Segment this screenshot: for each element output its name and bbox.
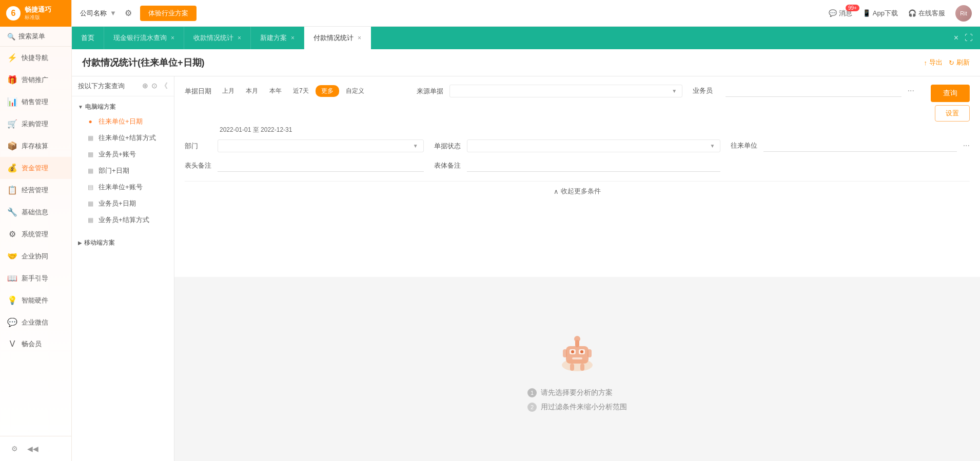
filter-docstatus-item: 单据状态 ▼ (434, 139, 721, 152)
settings-bottom-btn[interactable]: ⚙ (7, 442, 22, 456)
results-area: 1 请先选择要分析的方案 2 用过滤条件来缩小分析范围 (174, 277, 980, 461)
desktop-scheme-section: ▼ 电脑端方案 ● 往来单位+日期 ▦ 往来单位+结算方式 ▦ 业务员+账号 (72, 96, 174, 232)
export-label: 导出 (929, 58, 943, 67)
tab-new-scheme[interactable]: 新建方案 × (251, 27, 304, 49)
nav-icon-system: ⚙ (7, 229, 17, 239)
this-month-btn[interactable]: 本月 (241, 85, 263, 97)
payment-stats-tab-close[interactable]: × (358, 34, 361, 42)
new-scheme-tab-close[interactable]: × (291, 34, 295, 42)
service-label: 在线客服 (918, 9, 945, 18)
tab-bank-flow[interactable]: 现金银行流水查询 × (104, 27, 184, 49)
sidebar-item-guide[interactable]: 📖 新手引导 (0, 267, 71, 289)
user-avatar[interactable]: Rit (955, 5, 972, 22)
last-7days-btn[interactable]: 近7天 (288, 85, 313, 97)
collapse-more-conditions[interactable]: ∧ 收起更多条件 (185, 181, 970, 201)
docstatus-select-arrow: ▼ (710, 143, 715, 149)
nav-label-inventory: 库存核算 (22, 142, 48, 151)
sidebar-item-member[interactable]: V 畅会员 (0, 333, 71, 355)
page-title: 付款情况统计(往来单位+日期) (82, 56, 205, 69)
refresh-btn[interactable]: ↻ 刷新 (949, 58, 970, 67)
fullscreen-tab-btn[interactable]: ⛶ (963, 31, 975, 45)
unit-dots-btn[interactable]: ··· (963, 141, 970, 150)
unit-input[interactable] (763, 139, 956, 152)
source-label: 来源单据 (417, 87, 445, 96)
sidebar-item-wechat[interactable]: 💬 企业微信 (0, 311, 71, 333)
source-select[interactable]: ▼ (449, 85, 682, 97)
sidebar-item-hardware[interactable]: 💡 智能硬件 (0, 289, 71, 311)
mobile-section-toggle[interactable]: ▶ 移动端方案 (72, 236, 174, 249)
bank-flow-tab-close[interactable]: × (171, 34, 174, 42)
scheme-add-btn[interactable]: ⊕ (142, 82, 148, 91)
trial-btn[interactable]: 体验行业方案 (140, 6, 197, 21)
scheme-collapse-btn[interactable]: 《 (161, 82, 168, 91)
nav-icon-quick-nav: ⚡ (7, 53, 17, 63)
tab-payment-stats[interactable]: 付款情况统计 × (304, 27, 371, 49)
sidebar-item-inventory[interactable]: 📦 库存核算 (0, 135, 71, 157)
scheme-item-unit-account[interactable]: ▤ 往来单位+账号 (72, 179, 174, 195)
sidebar-item-system[interactable]: ⚙ 系统管理 (0, 223, 71, 245)
tip-num-1: 1 (527, 388, 537, 397)
filter-action-btns: 查询 设置 (925, 85, 970, 122)
dept-label: 部门 (185, 142, 213, 151)
topbar-settings-btn[interactable]: ⚙ (125, 8, 132, 18)
scheme-item-staff-date[interactable]: ▦ 业务员+日期 (72, 195, 174, 212)
svg-point-8 (574, 336, 580, 342)
message-icon: 💬 (829, 9, 837, 17)
sidebar-item-sales[interactable]: 📊 销售管理 (0, 91, 71, 113)
svg-point-4 (571, 350, 574, 353)
tip-text-1: 请先选择要分析的方案 (541, 388, 613, 397)
body-note-input[interactable] (467, 159, 721, 172)
docstatus-select[interactable]: ▼ (467, 139, 721, 152)
custom-btn[interactable]: 自定义 (341, 85, 369, 97)
filter-header-note-item: 表头备注 (185, 159, 424, 172)
date-buttons: 上月 本月 本年 近7天 更多 自定义 (218, 85, 369, 97)
tab-home[interactable]: 首页 (72, 27, 104, 49)
scheme-item-dept-date[interactable]: ▦ 部门+日期 (72, 163, 174, 179)
message-btn[interactable]: 💬 消息 99+ (829, 9, 852, 18)
sidebar-item-marketing[interactable]: 🎁 营销推广 (0, 69, 71, 91)
online-service-btn[interactable]: 🎧 在线客服 (908, 9, 945, 18)
app-label: App下载 (873, 9, 898, 18)
receipt-stats-tab-close[interactable]: × (238, 34, 241, 42)
sidebar-item-finance[interactable]: 💰 资金管理 (0, 157, 71, 179)
filter-settings-btn[interactable]: 设置 (935, 105, 970, 122)
sidebar-item-basic[interactable]: 🔧 基础信息 (0, 201, 71, 223)
home-tab-label: 首页 (81, 33, 94, 43)
sidebar-item-operation[interactable]: 📋 经营管理 (0, 179, 71, 201)
scheme-icon-unit-account: ▤ (86, 184, 94, 191)
sidebar-item-quick-nav[interactable]: ⚡ 快捷导航 (0, 47, 71, 69)
bank-flow-tab-label: 现金银行流水查询 (113, 33, 167, 43)
scheme-item-staff-settlement[interactable]: ▦ 业务员+结算方式 (72, 212, 174, 228)
scheme-item-unit-date[interactable]: ● 往来单位+日期 (72, 113, 174, 130)
app-download-btn[interactable]: 📱 App下载 (863, 9, 898, 18)
tab-receipt-stats[interactable]: 收款情况统计 × (184, 27, 251, 49)
company-selector[interactable]: 公司名称 ▼ (80, 9, 116, 18)
this-year-btn[interactable]: 本年 (265, 85, 286, 97)
scheme-item-unit-settlement[interactable]: ▦ 往来单位+结算方式 (72, 130, 174, 146)
main-area: 公司名称 ▼ ⚙ 体验行业方案 💬 消息 99+ 📱 App下载 🎧 在线客服 … (72, 0, 980, 461)
query-btn[interactable]: 查询 (931, 85, 970, 102)
more-btn[interactable]: 更多 (316, 85, 339, 97)
nav-label-basic: 基础信息 (22, 208, 48, 217)
staff-input[interactable] (726, 85, 901, 97)
staff-dots-btn[interactable]: ··· (908, 86, 914, 95)
receipt-stats-tab-label: 收款情况统计 (193, 33, 233, 43)
scheme-settings-btn[interactable]: ⊙ (151, 82, 158, 91)
collapse-sidebar-btn[interactable]: ◀◀ (26, 442, 40, 456)
service-icon: 🎧 (908, 9, 916, 17)
export-btn[interactable]: ↑ 导出 (924, 58, 943, 67)
desktop-section-toggle[interactable]: ▼ 电脑端方案 (72, 101, 174, 113)
last-month-btn[interactable]: 上月 (218, 85, 239, 97)
content-area: 付款情况统计(往来单位+日期) ↑ 导出 ↻ 刷新 按以下方案查询 (72, 49, 980, 461)
search-menu[interactable]: 🔍 搜索菜单 (0, 27, 71, 47)
scheme-icon-staff-date: ▦ (86, 200, 94, 207)
close-tab-btn[interactable]: × (952, 31, 961, 45)
dept-select[interactable]: ▼ (218, 139, 424, 152)
sidebar-item-company[interactable]: 🤝 企业协同 (0, 245, 71, 267)
svg-rect-6 (572, 357, 582, 359)
scheme-item-staff-account[interactable]: ▦ 业务员+账号 (72, 146, 174, 163)
sidebar-item-purchase[interactable]: 🛒 采购管理 (0, 113, 71, 135)
header-note-input[interactable] (218, 159, 424, 172)
nav-label-wechat: 企业微信 (22, 318, 48, 327)
nav-label-member: 畅会员 (22, 339, 42, 349)
